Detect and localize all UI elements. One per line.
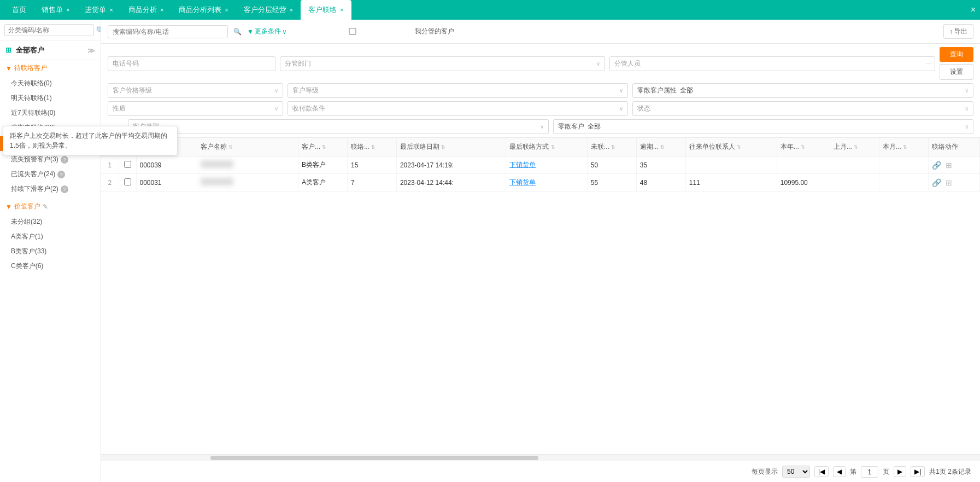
export-icon: ↑ [949, 28, 953, 36]
close-icon-analysis[interactable]: × [160, 7, 163, 13]
close-icon-purchase[interactable]: × [109, 7, 113, 13]
col-name[interactable]: 客户名称 ⇅ [197, 138, 298, 156]
prev-page-button[interactable]: ◀ [833, 466, 846, 477]
sidebar-section-pending[interactable]: ▼ 待联络客户 [0, 60, 101, 76]
col-year-amount[interactable]: 本年... ⇅ [777, 138, 830, 156]
more-conditions-button[interactable]: ▼ 更多条件 ∨ [247, 27, 287, 36]
last-page-button[interactable]: ▶| [911, 466, 925, 477]
filter-dept[interactable]: 分管部门 ∨ [280, 56, 606, 71]
horizontal-scrollbar[interactable] [101, 454, 980, 461]
row2-this-month [879, 174, 928, 191]
sort-unit-icon: ⇅ [737, 144, 741, 150]
sort-no-contact-icon: ⇅ [611, 144, 615, 150]
filter-scattered-attr[interactable]: 零散客户属性 全部 ∨ [632, 83, 973, 98]
row1-last-method: 下销货单 [506, 156, 588, 174]
sort-last-month-icon: ⇅ [854, 144, 858, 150]
nav-item-home[interactable]: 首页 [4, 0, 34, 20]
edit-icon-value[interactable]: ✎ [43, 203, 48, 211]
next-page-button[interactable]: ▶ [894, 466, 906, 477]
chevron-dept-icon: ∨ [596, 61, 600, 67]
per-page-select[interactable]: 50 20 100 [782, 466, 810, 478]
col-customer-type[interactable]: 客户... ⇅ [298, 138, 348, 156]
col-last-month[interactable]: 上月... ⇅ [830, 138, 879, 156]
col-this-month[interactable]: 本月... ⇅ [879, 138, 928, 156]
sidebar-item-7days-pending[interactable]: 近7天待联络(0) [0, 106, 101, 120]
my-customer-checkbox[interactable] [292, 28, 413, 35]
row1-link-icon[interactable]: 🔗 [932, 161, 941, 170]
col-overdue[interactable]: 逾期... ⇅ [636, 138, 685, 156]
filter-phone[interactable]: 电话号码 [108, 56, 275, 71]
nav-item-customer-contact[interactable]: 客户联络 × [301, 0, 351, 20]
sidebar-search-input[interactable] [4, 24, 94, 36]
row1-unit-contact [685, 156, 777, 174]
sidebar-item-ungrouped[interactable]: 未分组(32) [0, 214, 101, 229]
sidebar: 🔍 ⊞ 全部客户 ≫ ▼ 待联络客户 今天待联络(0) 明天待联络(1) 近7天… [0, 20, 101, 482]
sidebar-item-lost-customers[interactable]: 已流失客户(24) ? [0, 167, 101, 182]
nav-item-analysis-list[interactable]: 商品分析列表 × [171, 0, 236, 20]
filter-scattered-customer[interactable]: 零散客户 全部 ∨ [553, 119, 974, 134]
col-last-date[interactable]: 最后联络日期 ⇅ [396, 138, 506, 156]
window-close-button[interactable]: × [971, 5, 976, 15]
my-customer-checkbox-area[interactable]: 我分管的客户 [292, 27, 454, 36]
filter-payment-cond[interactable]: 收付款条件 ∨ [287, 101, 629, 116]
row1-select-checkbox[interactable] [124, 161, 131, 168]
row1-grid-icon[interactable]: ⊞ [946, 161, 952, 170]
row1-method-link[interactable]: 下销货单 [509, 161, 536, 169]
top-nav: 首页 销售单 × 进货单 × 商品分析 × 商品分析列表 × 客户分层经营 × … [0, 0, 980, 20]
filter-price-level[interactable]: 客户价格等级 ∨ [108, 83, 283, 98]
toolbar-search-icon[interactable]: 🔍 [233, 28, 242, 36]
row2-method-link[interactable]: 下销货单 [509, 178, 536, 186]
sidebar-item-class-b[interactable]: B类客户(33) [0, 244, 101, 259]
filter-person[interactable]: 分管人员 ··· [609, 56, 935, 71]
sidebar-item-declining-customers[interactable]: 持续下滑客户(2) ? [0, 182, 101, 196]
close-icon-customer-contact[interactable]: × [340, 7, 343, 13]
close-icon-analysis-list[interactable]: × [225, 7, 228, 13]
sidebar-search-icon[interactable]: 🔍 [96, 26, 101, 34]
sidebar-all-customers[interactable]: ⊞ 全部客户 ≫ [0, 41, 101, 60]
row1-checkbox[interactable] [119, 156, 136, 174]
nav-item-sales[interactable]: 销售单 × [34, 0, 77, 20]
info-icon-lost: ? [57, 171, 65, 178]
settings-button[interactable]: 设置 [940, 64, 973, 80]
row1-customer-type: B类客户 [298, 156, 348, 174]
sidebar-item-class-a[interactable]: A类客户(1) [0, 229, 101, 244]
chevron-level-icon: ∨ [619, 88, 623, 94]
sort-type-icon: ⇅ [322, 144, 326, 150]
table-header-row: ⚙ 客户编码 ⇅ 客户名称 ⇅ [101, 138, 980, 156]
close-icon-sales[interactable]: × [66, 7, 69, 13]
row2-checkbox[interactable] [119, 174, 136, 191]
row2-year-amount: 10995.00 [777, 174, 830, 191]
col-last-method[interactable]: 最后联络方式 ⇅ [506, 138, 588, 156]
filter-status[interactable]: 状态 ∨ [632, 101, 973, 116]
content-area: 🔍 ▼ 更多条件 ∨ 我分管的客户 ↑ 导出 电话号码 [101, 20, 980, 482]
close-icon-customer-segment[interactable]: × [290, 7, 293, 13]
row2-select-checkbox[interactable] [124, 178, 131, 185]
sidebar-item-today-pending[interactable]: 今天待联络(0) [0, 76, 101, 91]
query-button[interactable]: 查询 [940, 47, 973, 62]
col-no-contact[interactable]: 未联... ⇅ [587, 138, 636, 156]
first-page-button[interactable]: |◀ [814, 466, 829, 477]
row2-grid-icon[interactable]: ⊞ [946, 178, 952, 187]
nav-item-customer-segment[interactable]: 客户分层经营 × [236, 0, 301, 20]
row2-last-month [830, 174, 879, 191]
sidebar-section-value[interactable]: ▼ 价值客户 ✎ [0, 199, 101, 214]
export-button[interactable]: ↑ 导出 [943, 24, 973, 39]
sidebar-collapse-icon[interactable]: ≫ [87, 47, 95, 55]
row2-link-icon[interactable]: 🔗 [932, 178, 941, 187]
filter-row-1: 电话号码 分管部门 ∨ 分管人员 ··· 查询 设置 [108, 47, 973, 80]
page-number-input[interactable] [861, 466, 878, 478]
filter-nature[interactable]: 性质 ∨ [108, 101, 283, 116]
row2-name [197, 174, 298, 191]
nav-item-analysis[interactable]: 商品分析 × [121, 0, 171, 20]
nav-item-purchase[interactable]: 进货单 × [77, 0, 120, 20]
sidebar-item-tomorrow-pending[interactable]: 明天待联络(1) [0, 91, 101, 106]
row2-no: 2 [101, 174, 119, 191]
col-contact-count[interactable]: 联络... ⇅ [347, 138, 396, 156]
scrollbar-thumb[interactable] [210, 456, 538, 460]
filter-customer-type[interactable]: 客户类型 ∨ [128, 119, 549, 134]
col-unit-contact[interactable]: 往来单位联系人 ⇅ [685, 138, 777, 156]
search-input[interactable] [108, 25, 228, 38]
row1-overdue: 35 [636, 156, 685, 174]
filter-customer-level[interactable]: 客户等级 ∨ [287, 83, 629, 98]
sidebar-item-class-c[interactable]: C类客户(6) [0, 259, 101, 274]
